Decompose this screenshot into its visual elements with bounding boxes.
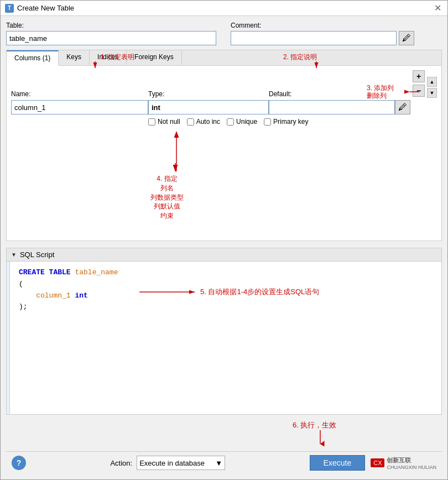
default-label: Default:: [269, 90, 410, 98]
action-select-value: Execute in database: [139, 459, 205, 467]
primary-key-checkbox[interactable]: Primary key: [264, 118, 308, 126]
col-input-row: 🖉: [11, 100, 437, 114]
main-window: T Create New Table ✕ Table: Comment: 🖉: [0, 0, 448, 480]
upper-panel: Columns (1) Keys Indices Foreign Keys Na…: [6, 50, 442, 241]
comment-input-row: 🖉: [231, 31, 442, 45]
dropdown-arrow-icon: ▼: [215, 459, 222, 467]
checkboxes-row: Not null Auto inc Unique Primary key: [148, 118, 437, 126]
col-identifier: column_1: [36, 291, 70, 300]
content-area: Table: Comment: 🖉 Columns (1) Keys: [1, 16, 447, 479]
sql-header: ▼ SQL Script: [7, 248, 441, 262]
svg-text:6. 执行，生效: 6. 执行，生效: [293, 421, 336, 429]
action-select[interactable]: Execute in database ▼: [137, 456, 225, 470]
ann4-text: 4. 指定列名列数据类型列默认值约束: [150, 175, 184, 220]
close-button[interactable]: ✕: [432, 3, 443, 14]
columns-section: Name: Type: Default: + − ▲ ▼: [7, 66, 441, 130]
table-group: Table:: [6, 22, 222, 45]
add-remove-btns: + −: [413, 70, 425, 98]
annotation-6: 6. 执行，生效: [276, 419, 387, 448]
table-label: Table:: [6, 22, 222, 29]
tab-foreign-keys[interactable]: Foreign Keys: [127, 50, 182, 65]
tabs-bar: Columns (1) Keys Indices Foreign Keys: [7, 50, 441, 66]
collapse-arrow[interactable]: ▼: [11, 252, 17, 258]
not-null-check[interactable]: [148, 118, 155, 126]
sql-lines: CREATE TABLE table_name ( column_1 int )…: [13, 267, 435, 313]
col-type-input[interactable]: [148, 100, 269, 114]
footer-section: ? Action: Execute in database ▼ Execute …: [6, 451, 442, 474]
unique-check[interactable]: [227, 118, 234, 126]
ann4-arrow: [171, 130, 182, 174]
close-paren: );: [19, 302, 28, 311]
sql-section: ▼ SQL Script CREATE TABLE table_name ( c…: [6, 248, 442, 415]
tab-columns[interactable]: Columns (1): [7, 50, 59, 66]
scroll-down-button[interactable]: ▼: [427, 88, 437, 98]
type-label: Type:: [148, 90, 269, 98]
comment-label: Comment:: [231, 22, 442, 29]
ann6-spacer: 6. 执行，生效: [6, 419, 442, 447]
not-null-label: Not null: [158, 118, 180, 126]
logo-area: CX 创新互联 CHUANGXIN HULIAN: [371, 456, 436, 470]
table-identifier: table_name: [75, 268, 118, 276]
window-icon: T: [5, 4, 14, 13]
action-label: Action:: [110, 459, 132, 467]
sql-line-1: CREATE TABLE table_name: [19, 267, 435, 279]
open-paren: (: [19, 280, 23, 288]
annotation-diagram-area: 4. 指定列名列数据类型列默认值约束: [7, 130, 441, 241]
sql-header-title: SQL Script: [20, 251, 54, 259]
help-button[interactable]: ?: [12, 456, 26, 470]
footer-left: ?: [12, 456, 26, 470]
tab-indices[interactable]: Indices: [90, 50, 127, 65]
col-name-input[interactable]: [11, 100, 148, 114]
logo-sub: CHUANGXIN HULIAN: [387, 465, 436, 470]
execute-button[interactable]: Execute: [310, 455, 366, 471]
unique-checkbox[interactable]: Unique: [227, 118, 257, 126]
int-keyword: int: [75, 291, 87, 300]
primary-key-check[interactable]: [264, 118, 271, 126]
ann6-arrow: 6. 执行，生效: [276, 419, 387, 447]
window-title: Create New Table: [17, 4, 74, 12]
comment-button[interactable]: 🖉: [399, 31, 414, 45]
remove-column-button[interactable]: −: [413, 85, 425, 97]
add-column-button[interactable]: +: [413, 70, 425, 82]
scroll-up-button[interactable]: ▲: [427, 77, 437, 87]
logo-main: 创新互联: [387, 456, 436, 465]
sql-line-4: );: [19, 301, 435, 313]
logo-icon: CX: [371, 458, 384, 467]
auto-inc-label: Auto inc: [196, 118, 220, 126]
annotation-4: 4. 指定列名列数据类型列默认值约束: [150, 174, 184, 221]
unique-label: Unique: [236, 118, 257, 126]
col-side-button[interactable]: 🖉: [395, 100, 410, 114]
sql-line-3: column_1 int: [19, 290, 435, 302]
comment-group: Comment: 🖉: [231, 22, 442, 45]
tab-keys[interactable]: Keys: [59, 50, 90, 65]
comment-input[interactable]: [231, 31, 397, 45]
footer-right: Execute CX 创新互联 CHUANGXIN HULIAN: [310, 455, 436, 471]
auto-inc-check[interactable]: [187, 118, 194, 126]
title-bar-left: T Create New Table: [5, 4, 74, 13]
table-input[interactable]: [6, 31, 216, 45]
not-null-checkbox[interactable]: Not null: [148, 118, 180, 126]
primary-key-label: Primary key: [273, 118, 308, 126]
name-label: Name:: [11, 90, 148, 98]
col-header: Name: Type: Default: + − ▲ ▼: [11, 70, 437, 98]
title-bar: T Create New Table ✕: [1, 1, 447, 16]
sql-body: CREATE TABLE table_name ( column_1 int )…: [7, 262, 441, 414]
auto-inc-checkbox[interactable]: Auto inc: [187, 118, 220, 126]
action-group: Action: Execute in database ▼: [110, 456, 225, 470]
scroll-buttons: ▲ ▼: [427, 77, 437, 98]
logo-text: 创新互联 CHUANGXIN HULIAN: [387, 456, 436, 470]
col-default-input[interactable]: [269, 100, 395, 114]
sql-line-2: (: [19, 279, 435, 290]
form-row: Table: Comment: 🖉: [6, 22, 442, 45]
annotation-arrows-svg: [7, 130, 441, 241]
create-keyword: CREATE TABLE: [19, 268, 75, 276]
